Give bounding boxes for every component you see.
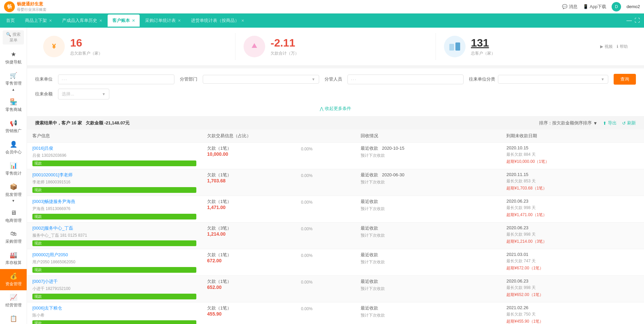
recovery-info-block: 最近收款 预计下次收款: [361, 278, 496, 292]
debt-ratio: 0.00%: [301, 306, 349, 311]
sidebar-item-retail-shop[interactable]: 🏪 零售商城: [0, 95, 27, 116]
overdue-amount-link[interactable]: 超期¥10,000.00（1笔）: [506, 159, 639, 165]
recovery-info-block: 最近收款 2020-10-15 预计下次收款: [361, 145, 496, 158]
tab-product-history-close[interactable]: ✕: [99, 19, 102, 23]
sidebar-item-ecommerce[interactable]: 🖥 电商管理: [0, 206, 27, 227]
recovery-recent-label: 最近收款: [361, 199, 378, 204]
sidebar-item-operation[interactable]: 📈 经营管理: [0, 290, 27, 312]
sidebar-item-quick-nav[interactable]: ★ 快捷导航: [0, 47, 27, 68]
overdue-amount-link[interactable]: 超期¥1,703.68（1笔）: [506, 185, 639, 191]
overdue-info-block: 2020.06.23 最长欠款 998 天 超期¥1,214.00（3笔）: [506, 225, 639, 244]
overdue-date: 2020.10.15: [506, 145, 639, 150]
video-button[interactable]: ▶ 视频: [600, 44, 613, 50]
tab-import-stats-close[interactable]: ✕: [241, 19, 244, 23]
cell-debt-info: 欠款（1笔） 652.00: [202, 276, 296, 302]
customer-name-link[interactable]: [0001020001]李老师: [32, 172, 196, 178]
recovery-next-label: 预计下次收款: [361, 153, 496, 158]
app-download-button[interactable]: 📱 App下载: [583, 4, 606, 10]
cell-debt-ratio: 0.00%: [296, 223, 355, 249]
debt-amount[interactable]: 10,000.00: [207, 151, 290, 157]
dept-arrow-icon: ▼: [312, 77, 315, 81]
tab-product-shelf-close[interactable]: ✕: [49, 19, 52, 23]
overdue-days: 最长欠款 750 天: [506, 312, 639, 317]
table-row: [0003]畅捷服务尹海燕 尹海燕 18513066976 现款 欠款（1笔） …: [27, 196, 644, 223]
debt-amount[interactable]: 455.90: [207, 311, 290, 317]
customer-name-link[interactable]: [0003]畅捷服务尹海燕: [32, 199, 196, 205]
chevron-down-icon: ▼: [12, 199, 15, 203]
customer-name-link[interactable]: [0002]服务中心_丁磊: [32, 225, 196, 231]
cell-customer-info: [0002]服务中心_丁磊 服务中心_丁磊 181 0125 8371 现款: [27, 223, 202, 249]
overdue-days: 最长欠款 998 天: [506, 205, 639, 211]
person-input[interactable]: ···: [347, 75, 464, 84]
sidebar-item-finance[interactable]: 💰 资金管理: [0, 269, 27, 290]
cell-debt-info: 欠款（1笔） 10,000.00: [202, 143, 296, 169]
result-actions: 排序：按欠款金额倒序排序 ▼ ⬆ 导出 ↺ 刷新: [539, 120, 636, 126]
sidebar-item-basic-info[interactable]: 📋 基础信息: [0, 312, 27, 324]
debt-amount[interactable]: 1,703.68: [207, 178, 290, 183]
debt-customers-value: 16: [70, 37, 103, 49]
search-menu-button[interactable]: 🔍 搜索菜单: [3, 30, 24, 45]
filter-row-2: 往来余额 选择... ▼: [35, 89, 636, 99]
tab-home[interactable]: 首页: [1, 14, 20, 27]
tab-purchase-order[interactable]: 采购订单统计表 ✕: [140, 14, 186, 27]
purchase-icon: 🛍: [10, 230, 17, 237]
collapse-button[interactable]: ⋀ 收起更多条件: [320, 106, 351, 112]
debt-amount[interactable]: 672.00: [207, 258, 290, 263]
shop-icon: 🏪: [10, 98, 17, 106]
debt-amount[interactable]: 652.00: [207, 285, 290, 290]
sidebar-item-retail-mgmt[interactable]: 🛒 零售管理 ▲: [0, 68, 27, 95]
cell-customer-info: [0016]吕俊 吕俊 13026203696 现款: [27, 143, 202, 169]
debt-info-block: 欠款（1笔） 10,000.00: [207, 145, 290, 157]
debt-amount[interactable]: 1,214.00: [207, 231, 290, 237]
overdue-amount-link[interactable]: 超期¥652.00（1笔）: [506, 292, 639, 298]
source-unit-input[interactable]: ···: [58, 75, 174, 84]
maximize-icon[interactable]: ⛶: [635, 18, 640, 24]
debt-amount[interactable]: 1,471.00: [207, 205, 290, 210]
customer-name-link[interactable]: [0006]去下粮仓: [32, 305, 196, 311]
help-button[interactable]: ℹ 帮助: [617, 44, 628, 50]
stat-card-total-customers: 131 总客户（家） ▶ 视频 ℹ 帮助: [436, 33, 636, 60]
sidebar-item-retail-stats[interactable]: 📊 零售统计: [0, 158, 27, 180]
overdue-amount-link[interactable]: 超期¥1,471.00（1笔）: [506, 212, 639, 218]
sidebar-item-inventory[interactable]: 🏭 库存核算: [0, 248, 27, 269]
customer-tag: 现款: [32, 187, 196, 193]
tab-import-stats[interactable]: 进货单统计表（按商品） ✕: [186, 14, 249, 27]
tab-purchase-order-close[interactable]: ✕: [178, 19, 181, 23]
operation-label: 经营管理: [5, 302, 22, 308]
tab-product-shelf[interactable]: 商品上下架 ✕: [20, 14, 57, 27]
overdue-amount-link[interactable]: 超期¥672.00（1笔）: [506, 265, 639, 271]
dept-select[interactable]: ▼: [203, 75, 319, 84]
recovery-info-block: 最近收款 预计下次收款: [361, 225, 496, 238]
sidebar-item-member[interactable]: 👤 会员中心: [0, 137, 27, 158]
customer-name-link[interactable]: [000002]用户2050: [32, 252, 196, 258]
customer-name-link[interactable]: [0016]吕俊: [32, 145, 196, 151]
tab-customer-account[interactable]: 客户账本 ✕: [108, 14, 140, 27]
sidebar-item-batch-mgmt[interactable]: 📦 批发管理 ▼: [0, 180, 27, 206]
debt-ratio: 0.00%: [301, 253, 349, 258]
sidebar-item-marketing[interactable]: 📢 营销推广: [0, 116, 27, 137]
customer-meta: 李老师 18600391516: [32, 179, 196, 185]
customer-name-link[interactable]: [0007]小进千: [32, 278, 196, 285]
tab-product-history[interactable]: 产成品入库单历史 ✕: [57, 14, 107, 27]
minimize-icon[interactable]: —: [626, 18, 632, 24]
overdue-amount-link[interactable]: 超期¥455.90（1笔）: [506, 319, 639, 324]
recovery-info-block: 最近收款 2020-06-30 预计下次收款: [361, 172, 496, 185]
message-button[interactable]: 💬 消息: [562, 4, 578, 10]
balance-select[interactable]: 选择... ▼: [58, 89, 109, 99]
search-button[interactable]: 查询: [614, 74, 636, 85]
customer-info-block: [0006]去下粮仓 陈小希 现款: [32, 305, 196, 324]
recovery-recent-date: 2020-06-30: [382, 172, 404, 177]
overdue-amount-link[interactable]: 超期¥1,214.00（3笔）: [506, 239, 639, 244]
export-button[interactable]: ⬆ 导出: [603, 120, 617, 126]
recovery-info-block: 最近收款 预计下次收款: [361, 199, 496, 212]
video-icon: ▶: [600, 44, 603, 49]
recovery-info-block: 最近收款 预计下次收款: [361, 252, 496, 265]
sidebar-item-purchase[interactable]: 🛍 采购管理: [0, 227, 27, 248]
refresh-button[interactable]: ↺ 刷新: [622, 120, 636, 126]
tab-customer-account-label: 客户账本: [112, 18, 130, 24]
debt-count: 欠款（1笔）: [207, 145, 290, 151]
table-body: [0016]吕俊 吕俊 13026203696 现款 欠款（1笔） 10,000…: [27, 143, 644, 324]
unit-category-select[interactable]: ▼: [498, 75, 608, 84]
sort-button[interactable]: 排序：按欠款金额倒序排序 ▼: [539, 120, 597, 126]
tab-customer-account-close[interactable]: ✕: [132, 19, 135, 23]
